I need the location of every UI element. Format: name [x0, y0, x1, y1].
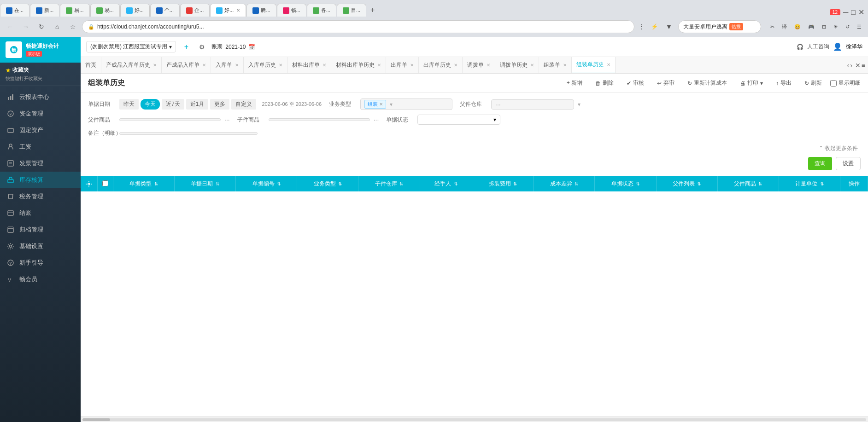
- th-doc-date[interactable]: 单据日期 ⇅: [175, 176, 236, 191]
- nav-tab-2[interactable]: 产成品入库单 ✕: [162, 57, 211, 74]
- favorites-section[interactable]: ★ 收藏夹 快捷键打开收藏夹: [0, 63, 81, 86]
- game-tool[interactable]: 🎮: [805, 23, 817, 31]
- nav-tab-11-close[interactable]: ✕: [563, 63, 567, 68]
- sort-parent-list[interactable]: ⇅: [697, 181, 701, 186]
- sort-doc-no[interactable]: ⇅: [277, 181, 281, 186]
- parent-goods-more[interactable]: ···: [224, 116, 230, 123]
- date-btn-more[interactable]: 更多: [210, 99, 229, 110]
- nav-tab-9[interactable]: 调拨单 ✕: [463, 57, 495, 74]
- sort-child-warehouse[interactable]: ⇅: [399, 181, 403, 186]
- back-button[interactable]: ←: [4, 20, 17, 33]
- parent-warehouse-more[interactable]: ···: [495, 101, 501, 108]
- tab-5[interactable]: 个...: [150, 4, 180, 17]
- date-btn-yesterday[interactable]: 昨天: [119, 99, 139, 110]
- emoji-tool[interactable]: 😀: [792, 23, 803, 31]
- show-detail-checkbox[interactable]: [830, 80, 837, 87]
- nav-tab-8-close[interactable]: ✕: [454, 63, 457, 68]
- notes-input[interactable]: [119, 132, 258, 135]
- tab-3[interactable]: 易...: [90, 4, 120, 17]
- collapse-btn[interactable]: ⌃ 收起更多条件: [816, 142, 861, 155]
- nav-tab-5-close[interactable]: ✕: [323, 63, 326, 68]
- abandon-button[interactable]: ↩ 弃审: [652, 77, 679, 89]
- tab-7[interactable]: 好... ✕: [210, 4, 246, 17]
- tab-8[interactable]: 腾...: [246, 4, 276, 17]
- settings-button[interactable]: 设置: [836, 157, 861, 170]
- refresh-button[interactable]: ↻ 刷新: [800, 77, 827, 89]
- tab-4[interactable]: 好...: [120, 4, 150, 17]
- sort-biz-type[interactable]: ⇅: [338, 181, 342, 186]
- sidebar-item-settings[interactable]: 基础设置: [0, 238, 81, 254]
- sidebar-item-inventory[interactable]: 库存核算: [0, 172, 81, 188]
- nav-tab-home[interactable]: 首页: [81, 57, 101, 74]
- horizontal-scrollbar[interactable]: [81, 416, 868, 422]
- undo-tool[interactable]: ↺: [843, 23, 852, 31]
- tab-11[interactable]: 目...: [337, 4, 366, 17]
- sort-disassembly-cost[interactable]: ⇅: [513, 181, 517, 186]
- add-button[interactable]: + 新增: [562, 77, 587, 89]
- nav-tab-3-close[interactable]: ✕: [235, 63, 239, 68]
- nav-more[interactable]: ≡: [862, 62, 865, 69]
- child-goods-input[interactable]: [269, 118, 370, 121]
- scrollbar-thumb[interactable]: [82, 418, 110, 421]
- th-biz-type[interactable]: 业务类型 ⇅: [297, 176, 358, 191]
- nav-tab-11[interactable]: 组装单 ✕: [539, 57, 572, 74]
- th-doc-no[interactable]: 单据编号 ⇅: [236, 176, 297, 191]
- nav-tab-8[interactable]: 出库单历史 ✕: [419, 57, 463, 74]
- nav-tab-1[interactable]: 产成品入库单历史 ✕: [101, 57, 162, 74]
- nav-scroll-right[interactable]: ›: [850, 62, 852, 69]
- nav-tab-4-close[interactable]: ✕: [279, 63, 282, 68]
- th-doc-status[interactable]: 单据状态 ⇅: [595, 176, 656, 191]
- date-btn-7days[interactable]: 近7天: [162, 99, 184, 110]
- sidebar-item-close-account[interactable]: 结账: [0, 205, 81, 221]
- url-bar[interactable]: 🔒 https://cloud.chanjet.com/accounting/u…: [82, 20, 634, 33]
- sidebar-item-fund[interactable]: ¥ 资金管理: [0, 105, 81, 122]
- business-type-dropdown[interactable]: ▾: [390, 101, 393, 108]
- th-unit[interactable]: 计量单位 ⇅: [779, 176, 840, 191]
- sort-parent-goods[interactable]: ⇅: [758, 181, 762, 186]
- nav-tab-2-close[interactable]: ✕: [202, 63, 206, 68]
- th-disassembly-cost[interactable]: 拆装费用 ⇅: [472, 176, 534, 191]
- lightning-btn[interactable]: ⚡: [649, 23, 660, 30]
- sort-handler[interactable]: ⇅: [454, 181, 457, 186]
- child-goods-more[interactable]: ···: [374, 116, 379, 123]
- browser-close[interactable]: ✕: [858, 8, 864, 17]
- tab-1[interactable]: 新...: [30, 4, 59, 17]
- sidebar-item-archive[interactable]: 归档管理: [0, 221, 81, 238]
- sidebar-item-asset[interactable]: 固定资产: [0, 122, 81, 139]
- th-parent-list[interactable]: 父件列表 ⇅: [656, 176, 717, 191]
- tab-2[interactable]: 易...: [60, 4, 89, 17]
- nav-scroll-left[interactable]: ‹: [847, 62, 849, 69]
- print-button[interactable]: 🖨 打印 ▾: [735, 77, 768, 89]
- nav-tab-10-close[interactable]: ✕: [530, 63, 534, 68]
- th-settings[interactable]: [81, 176, 98, 191]
- nav-close-current[interactable]: ✕: [855, 62, 861, 69]
- browser-minimize[interactable]: ─: [843, 8, 848, 17]
- nav-tab-12[interactable]: 组装单历史 ✕: [572, 57, 616, 74]
- reload-button[interactable]: ↻: [35, 20, 48, 33]
- delete-button[interactable]: 🗑 删除: [591, 77, 618, 89]
- bookmark-button[interactable]: ☆: [66, 20, 79, 33]
- doc-status-dropdown[interactable]: ▾: [417, 115, 500, 125]
- dropdown-btn[interactable]: ▼: [663, 20, 675, 33]
- select-all-checkbox[interactable]: [102, 180, 108, 186]
- nav-tab-7-close[interactable]: ✕: [410, 63, 414, 68]
- th-doc-type[interactable]: 单据类型 ⇅: [113, 176, 175, 191]
- th-cost-diff[interactable]: 成本差异 ⇅: [534, 176, 595, 191]
- export-button[interactable]: ↑ 导出: [771, 77, 796, 89]
- show-detail-toggle[interactable]: 显示明细: [830, 79, 861, 87]
- tab-9[interactable]: 畅...: [277, 4, 306, 17]
- date-btn-1month[interactable]: 近1月: [186, 99, 209, 110]
- forward-button[interactable]: →: [19, 20, 32, 33]
- parent-warehouse-dropdown[interactable]: ▾: [578, 101, 581, 108]
- nav-tab-10[interactable]: 调拨单历史 ✕: [495, 57, 539, 74]
- grid-view-btn[interactable]: ⋮: [637, 23, 646, 30]
- sort-cost-diff[interactable]: ⇅: [575, 181, 578, 186]
- date-btn-today[interactable]: 今天: [141, 99, 160, 110]
- nav-tab-4[interactable]: 入库单历史 ✕: [244, 57, 287, 74]
- browser-search[interactable]: 大量安卓用户逃离 热搜: [678, 20, 761, 33]
- nav-tab-1-close[interactable]: ✕: [153, 63, 157, 68]
- add-company-btn[interactable]: +: [180, 40, 193, 53]
- translate-tool[interactable]: 译: [779, 23, 790, 31]
- business-type-input[interactable]: 组装 ✕ ▾: [360, 98, 452, 110]
- tab-6[interactable]: 企...: [180, 4, 210, 17]
